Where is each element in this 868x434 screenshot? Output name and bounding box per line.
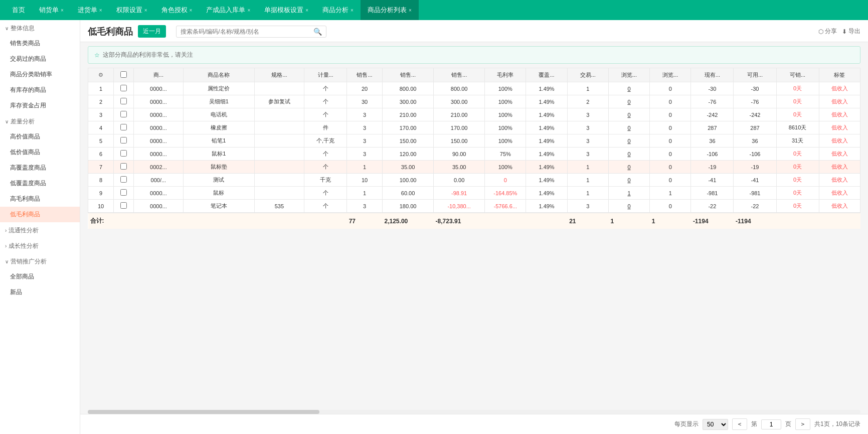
sidebar-group-growth-title[interactable]: › 成长性分析 (0, 238, 80, 253)
nav-home[interactable]: 首页 (5, 0, 32, 20)
col-header-settings[interactable]: ⚙ (88, 68, 114, 82)
col-header-stock2[interactable]: 可用... (734, 68, 776, 82)
cell-stock2: -30 (734, 82, 776, 95)
sidebar-item-high-value[interactable]: 高价值商品 (0, 129, 80, 144)
nav-roles-close[interactable]: × (190, 8, 193, 13)
sidebar-group-circulation-title[interactable]: › 流通性分析 (0, 222, 80, 238)
sidebar-item-all-products[interactable]: 全部商品 (0, 269, 80, 284)
cell-checkbox[interactable] (114, 200, 134, 213)
sidebar-item-category-sales-rate[interactable]: 商品分类助销率 (0, 67, 80, 82)
nav-product-analysis-close[interactable]: × (351, 8, 354, 13)
col-header-stock3[interactable]: 可销... (776, 68, 819, 82)
nav-product-analysis[interactable]: 商品分析× (315, 0, 361, 20)
nav-purchase[interactable]: 进货单× (71, 0, 109, 20)
nav-template-settings-close[interactable]: × (305, 8, 308, 13)
nav-purchase-close[interactable]: × (99, 8, 102, 13)
col-header-price1[interactable]: 销售... (383, 68, 434, 82)
col-header-txn[interactable]: 交易... (567, 68, 608, 82)
sidebar-item-low-margin[interactable]: 低毛利商品 (0, 207, 80, 222)
cell-tag: 低收入 (819, 121, 860, 134)
nav-product-analysis-list-close[interactable]: × (409, 8, 412, 13)
col-header-name[interactable]: 商品名称 (184, 68, 255, 82)
nav-finished-goods-close[interactable]: × (247, 8, 250, 13)
cell-gross: 1.49% (526, 187, 567, 200)
row-checkbox[interactable] (120, 124, 127, 130)
nav-sales[interactable]: 销货单× (32, 0, 71, 20)
cell-checkbox[interactable] (114, 148, 134, 161)
sidebar-item-traded-products[interactable]: 交易过的商品 (0, 51, 80, 67)
scroll-thumb[interactable] (88, 410, 319, 414)
sidebar-group-marketing-title[interactable]: ∨ 营销推广分析 (0, 253, 80, 269)
next-page-button[interactable]: ＞ (795, 418, 810, 430)
prev-page-button[interactable]: ＜ (732, 418, 747, 430)
row-checkbox[interactable] (120, 85, 127, 91)
sidebar-item-inventory-capital[interactable]: 库存资金占用 (0, 98, 80, 113)
sidebar-item-low-coverage[interactable]: 低覆盖度商品 (0, 176, 80, 191)
col-header-browse1[interactable]: 浏览... (608, 68, 649, 82)
sidebar-item-high-margin[interactable]: 高毛利商品 (0, 191, 80, 207)
sidebar-item-sales-products[interactable]: 销售类商品 (0, 36, 80, 51)
col-header-stock1[interactable]: 现有... (691, 68, 734, 82)
per-page-select[interactable]: 50 20 100 (703, 419, 728, 430)
col-header-tag[interactable]: 标签 (819, 68, 860, 82)
nav-sales-close[interactable]: × (61, 8, 64, 13)
sidebar-item-high-coverage[interactable]: 高覆盖度商品 (0, 160, 80, 176)
cell-checkbox[interactable] (114, 161, 134, 174)
cell-checkbox[interactable] (114, 108, 134, 121)
row-checkbox[interactable] (120, 137, 127, 143)
col-header-price2[interactable]: 销售... (434, 68, 485, 82)
col-header-browse2[interactable]: 浏览... (650, 68, 691, 82)
sidebar-item-low-value[interactable]: 低价值商品 (0, 144, 80, 160)
cell-browse1: 0 (608, 134, 649, 148)
row-checkbox[interactable] (120, 98, 127, 104)
row-checkbox[interactable] (120, 150, 127, 157)
cell-checkbox[interactable] (114, 134, 134, 148)
time-filter-button[interactable]: 近一月 (138, 25, 166, 38)
col-header-code[interactable]: 商... (133, 68, 183, 82)
cell-price2: -98.91 (434, 187, 485, 200)
nav-finished-goods[interactable]: 产成品入库单× (199, 0, 257, 20)
horizontal-scrollbar[interactable] (88, 410, 860, 414)
sidebar-group-overall-title[interactable]: ∨ 整体信息 (0, 20, 80, 36)
page-input[interactable] (761, 419, 781, 429)
search-input[interactable] (181, 28, 313, 35)
nav-product-analysis-list[interactable]: 商品分析列表× (361, 0, 419, 20)
sidebar-group-difference-title[interactable]: ∨ 差量分析 (0, 113, 80, 129)
cell-checkbox[interactable] (114, 95, 134, 108)
nav-template-settings[interactable]: 单据模板设置× (257, 0, 315, 20)
table-container[interactable]: ⚙ 商... 商品名称 规格... 计量... 销售... 销售... 销售..… (80, 68, 868, 410)
sidebar-item-new-products[interactable]: 新品 (0, 284, 80, 300)
share-button[interactable]: ⬡ 分享 (818, 27, 837, 36)
row-checkbox[interactable] (120, 189, 127, 196)
col-header-unit[interactable]: 计量... (304, 68, 347, 82)
cell-checkbox[interactable] (114, 82, 134, 95)
nav-roles[interactable]: 角色授权× (154, 0, 200, 20)
col-header-rate[interactable]: 毛利率 (485, 68, 526, 82)
row-checkbox[interactable] (120, 111, 127, 117)
chevron-down-icon: ∨ (5, 259, 9, 264)
col-header-checkbox[interactable] (114, 68, 134, 82)
cell-checkbox[interactable] (114, 174, 134, 187)
search-icon[interactable]: 🔍 (313, 28, 322, 36)
col-header-qty[interactable]: 销售... (347, 68, 383, 82)
cell-checkbox[interactable] (114, 187, 134, 200)
cell-spec (254, 161, 304, 174)
export-button[interactable]: ⬇ 导出 (842, 27, 860, 36)
cell-checkbox[interactable] (114, 121, 134, 134)
cell-tag: 低收入 (819, 174, 860, 187)
col-header-spec[interactable]: 规格... (254, 68, 304, 82)
cell-browse2: 0 (650, 174, 691, 187)
select-all-checkbox[interactable] (120, 71, 127, 78)
cell-browse1: 0 (608, 174, 649, 187)
col-header-gross[interactable]: 覆盖... (526, 68, 567, 82)
row-checkbox[interactable] (120, 163, 127, 170)
cell-rate: -5766.6... (485, 200, 526, 213)
row-checkbox[interactable] (120, 202, 127, 209)
nav-permissions[interactable]: 权限设置× (109, 0, 154, 20)
cell-txn: 1 (567, 187, 608, 200)
settings-icon[interactable]: ⚙ (98, 72, 103, 78)
row-checkbox[interactable] (120, 176, 127, 183)
table-row: 7 0002... 鼠标垫 个 1 35.00 35.00 100% 1.49%… (88, 161, 860, 174)
sidebar-item-in-stock[interactable]: 有库存的商品 (0, 82, 80, 98)
nav-permissions-close[interactable]: × (144, 8, 147, 13)
